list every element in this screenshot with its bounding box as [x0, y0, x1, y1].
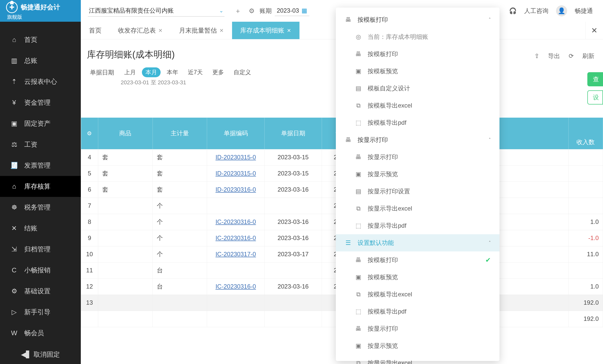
doc-link[interactable]: ID-20230316-0	[207, 181, 264, 198]
sidebar-item-0[interactable]: ⌂首页	[0, 29, 81, 50]
dd-item-0-5[interactable]: ⬚按模板导出pdf	[336, 114, 499, 131]
dd-item-2-4[interactable]: 🖶按显示打印	[336, 320, 499, 337]
dd-item-1-2[interactable]: ▤按显示打印设置	[336, 183, 499, 200]
range-pill-5[interactable]: 自定义	[230, 67, 255, 77]
period-picker[interactable]: 2023-03 ▦	[275, 6, 309, 16]
tab-0[interactable]: 首页	[81, 22, 110, 39]
dd-icon: 🖶	[344, 136, 352, 143]
dd-item-2-6[interactable]: ⧉按显示导出excel	[336, 354, 499, 364]
close-icon[interactable]: ✕	[158, 28, 163, 34]
sidebar-item-11[interactable]: C小畅报销	[0, 260, 81, 281]
range-pill-3[interactable]: 近7天	[184, 67, 206, 77]
headset-icon: 🎧	[509, 7, 517, 14]
dd-item-0-3[interactable]: ▤模板自定义设计	[336, 80, 499, 97]
sidebar-pin-toggle[interactable]: ◀▋取消固定	[0, 345, 81, 364]
consult-link[interactable]: 人工咨询	[524, 7, 548, 15]
tab-2[interactable]: 月末批量暂估✕	[171, 22, 232, 39]
dd-item-2-3[interactable]: ⬚按模板导出pdf	[336, 303, 499, 320]
dd-item-0-1[interactable]: 🖶按模板打印	[336, 45, 499, 63]
doc-link[interactable]: IC-20230316-0	[207, 278, 264, 295]
doc-link[interactable]: ID-20230315-0	[207, 165, 264, 181]
doc-link[interactable]: ID-20230315-0	[207, 149, 264, 165]
avatar[interactable]: 👤	[556, 5, 567, 16]
th-main-unit: 主计量	[153, 118, 207, 149]
user-name[interactable]: 畅捷通	[575, 7, 593, 15]
doc-link[interactable]: IC-20230316-0	[207, 214, 264, 230]
dd-item-0-4[interactable]: ⧉按模板导出excel	[336, 97, 499, 114]
doc-link[interactable]	[207, 311, 264, 327]
dd-icon: 🖶	[355, 153, 362, 161]
dd-icon: ⬚	[355, 119, 362, 126]
print-dropdown[interactable]: 🖶按模板打印˄◎当前：库存成本明细账🖶按模板打印▣按模板预览▤模板自定义设计⧉按…	[336, 8, 499, 361]
doc-link[interactable]	[207, 295, 264, 311]
gear-icon[interactable]: ⚙	[249, 7, 255, 15]
cell	[153, 295, 207, 311]
dd-icon: ⧉	[355, 102, 362, 109]
dd-icon: ▣	[355, 171, 362, 178]
refresh-button[interactable]: 刷新	[582, 52, 594, 60]
sidebar-item-4[interactable]: ▣固定资产	[0, 113, 81, 134]
sidebar-item-1[interactable]: ▥总账	[0, 50, 81, 71]
dd-group-header-2[interactable]: ☰设置默认功能˄	[336, 234, 499, 251]
sidebar-item-2[interactable]: ⇡云报表中心	[0, 71, 81, 92]
tab-1[interactable]: 收发存汇总表✕	[110, 22, 171, 39]
sidebar-icon: W	[10, 329, 18, 337]
range-pill-2[interactable]: 本年	[163, 67, 182, 77]
cell: 8	[81, 214, 98, 230]
cell: 2023-03-15	[264, 149, 322, 165]
cell	[98, 311, 153, 327]
plus-icon[interactable]: ＋	[235, 7, 241, 15]
company-selector[interactable]: 江西服宝精品有限责任公司内账 ⌄	[88, 5, 224, 17]
tabs-close-all[interactable]: ✕	[585, 22, 603, 39]
sidebar-item-label: 新手引导	[24, 308, 51, 317]
sidebar-item-3[interactable]: ¥资金管理	[0, 92, 81, 113]
range-pill-0[interactable]: 上月	[121, 67, 139, 77]
side-action-0[interactable]: 查	[587, 72, 603, 86]
cell: 个	[153, 198, 207, 214]
sidebar-item-label: 发票管理	[24, 161, 51, 170]
th-doc-no: 单据编码	[207, 118, 264, 149]
doc-link[interactable]: IC-20230316-0	[207, 230, 264, 246]
export-button[interactable]: 导出	[548, 52, 560, 60]
th-goods: 商品	[98, 118, 153, 149]
dd-item-2-2[interactable]: ⧉按模板导出excel	[336, 286, 499, 303]
sidebar-item-6[interactable]: 🧾发票管理	[0, 155, 81, 176]
close-icon[interactable]: ✕	[287, 28, 291, 34]
date-range-block: 上月本月本年近7天更多自定义 2023-03-01 至 2023-03-31	[121, 67, 255, 86]
dd-item-1-1[interactable]: ▣按显示预览	[336, 166, 499, 183]
sidebar: ⌂首页▥总账⇡云报表中心¥资金管理▣固定资产⚖工资🧾发票管理⌂库存核算☸税务管理…	[0, 22, 81, 364]
sidebar-item-9[interactable]: ✕结账	[0, 218, 81, 239]
dd-item-0-2[interactable]: ▣按模板预览	[336, 63, 499, 80]
sidebar-item-12[interactable]: ⚙基础设置	[0, 281, 81, 302]
dd-item-2-0[interactable]: 🖶按模板打印✔	[336, 251, 499, 269]
dd-item-1-4[interactable]: ⬚按显示导出pdf	[336, 217, 499, 234]
side-action-1[interactable]: 设	[587, 90, 603, 105]
sidebar-item-5[interactable]: ⚖工资	[0, 134, 81, 155]
dd-item-1-0[interactable]: 🖶按显示打印	[336, 148, 499, 166]
sidebar-item-14[interactable]: W畅会员	[0, 323, 81, 344]
range-pill-4[interactable]: 更多	[209, 67, 228, 77]
topbar: ✚ 畅捷通好会计 旗舰版 江西服宝精品有限责任公司内账 ⌄ ＋ ⚙ 账期 202…	[0, 0, 603, 22]
tab-3[interactable]: 库存成本明细账✕	[232, 22, 299, 39]
sidebar-item-10[interactable]: ⇲归档管理	[0, 239, 81, 260]
dd-item-0-0[interactable]: ◎当前：库存成本明细账	[336, 28, 499, 45]
tab-label: 收发存汇总表	[118, 26, 156, 35]
th-gear[interactable]: ⚙	[81, 118, 98, 149]
dd-item-2-1[interactable]: ▣按模板预览	[336, 269, 499, 286]
doc-link[interactable]	[207, 262, 264, 278]
close-icon[interactable]: ✕	[219, 28, 224, 34]
sidebar-item-13[interactable]: ▷新手引导	[0, 302, 81, 323]
dd-icon: 🖶	[355, 50, 362, 58]
dd-item-1-3[interactable]: ⧉按显示导出excel	[336, 200, 499, 217]
sidebar-item-8[interactable]: ☸税务管理	[0, 197, 81, 218]
brand-logo-icon: ✚	[6, 2, 18, 13]
sidebar-item-7[interactable]: ⌂库存核算	[0, 176, 81, 197]
doc-link[interactable]	[207, 198, 264, 214]
cell: 7	[81, 198, 98, 214]
doc-link[interactable]: IC-20230317-0	[207, 246, 264, 262]
range-pill-1[interactable]: 本月	[142, 67, 161, 77]
dd-group-header-1[interactable]: 🖶按显示打印˄	[336, 131, 499, 148]
dd-item-2-5[interactable]: ▣按显示预览	[336, 337, 499, 354]
dd-group-header-0[interactable]: 🖶按模板打印˄	[336, 11, 499, 28]
cell: 10	[81, 246, 98, 262]
